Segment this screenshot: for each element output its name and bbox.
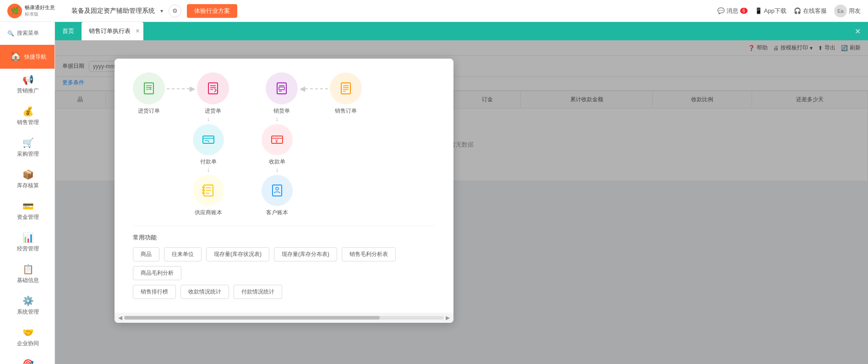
purchase-order-circle[interactable]	[133, 72, 165, 104]
flow-row-arrows-2: ↓ ↓	[133, 166, 435, 173]
spacer-g	[133, 166, 192, 173]
logo-icon: 🌿	[7, 4, 22, 18]
tab-home-label: 首页	[62, 27, 74, 35]
scroll-left-button[interactable]: ◀	[118, 315, 122, 321]
arrow-down-3: ↓	[192, 166, 224, 173]
arrow-down-4: ↓	[261, 166, 293, 173]
app-download-label: App下载	[764, 7, 786, 15]
sales-bill-label: 销货单	[273, 107, 290, 115]
modal-overlay[interactable]: 进货订单 ▶	[55, 40, 868, 364]
sales-order-circle[interactable]	[330, 72, 362, 104]
sidebar-item-system[interactable]: ⚙️ 系统管理	[0, 290, 55, 321]
payment-label: 付款单	[200, 158, 217, 166]
func-btn-5[interactable]: 商品毛利分析	[133, 266, 181, 280]
sidebar-item-sales[interactable]: 💰 销售管理	[0, 100, 55, 132]
user-name: 用友	[849, 7, 861, 15]
app-download-item[interactable]: 📱 App下载	[755, 7, 786, 15]
sidebar-item-system-label: 系统管理	[17, 308, 39, 316]
svg-point-32	[276, 187, 278, 190]
svg-rect-8	[277, 83, 286, 94]
func-btn-1[interactable]: 往来单位	[164, 247, 202, 261]
user-area[interactable]: Ea 用友	[834, 5, 861, 17]
flow-item-receipt[interactable]: ¥ 收款单	[261, 124, 293, 166]
flow-item-payment[interactable]: ¥ 付款单	[192, 124, 224, 166]
function-buttons-row-2: 销售排行榜 收款情况统计 付款情况统计	[133, 285, 435, 299]
header-right: 💬 消息 6 📱 App下载 🎧 在线客服 Ea 用友	[717, 5, 861, 17]
flow-item-purchase-bill[interactable]: 进货单	[197, 72, 229, 115]
flow-row-5: 供应商账本	[133, 175, 435, 217]
receipt-label: 收款单	[269, 158, 285, 166]
common-functions-title: 常用功能	[133, 234, 435, 242]
func-btn-3[interactable]: 现存量(库存分布表)	[274, 247, 337, 261]
sidebar-item-quick-label: 快捷导航	[24, 53, 46, 61]
payment-circle[interactable]: ¥	[193, 124, 224, 155]
flow-item-customer-ledger[interactable]: 客户账本	[261, 175, 293, 217]
tab-bar: 首页 销售订单执行表 × ✕	[55, 22, 868, 40]
flow-item-sales-bill[interactable]: 销货单	[266, 72, 298, 115]
sidebar-item-inventory-label: 库存核算	[17, 182, 39, 190]
spacer-h	[224, 166, 261, 173]
settings-button[interactable]: ⚙	[169, 5, 181, 17]
system-title: 装备及固定资产辅助管理系统	[71, 7, 155, 15]
func-btn-2[interactable]: 现存量(库存状况表)	[206, 247, 269, 261]
tab-sales-order[interactable]: 销售订单执行表 ×	[82, 22, 143, 40]
func-btn-8[interactable]: 付款情况统计	[234, 285, 282, 299]
arrow-down-2: ↓	[261, 115, 293, 122]
svg-rect-31	[273, 185, 282, 196]
flow-item-supplier-ledger[interactable]: 供应商账本	[192, 175, 224, 217]
sidebar-item-operation-label: 经营管理	[17, 245, 39, 253]
sidebar-item-operation[interactable]: 📊 经营管理	[0, 227, 55, 258]
flow-item-purchase-order[interactable]: 进货订单	[133, 72, 165, 115]
trial-button[interactable]: 体验行业方案	[187, 4, 237, 18]
sidebar-item-marketing[interactable]: 📢 营销推广	[0, 69, 55, 100]
finance-icon: 💳	[22, 201, 34, 212]
tab-home[interactable]: 首页	[55, 22, 82, 40]
scroll-right-button[interactable]: ▶	[446, 315, 450, 321]
sidebar-item-enterprise[interactable]: 🤝 企业协同	[0, 321, 55, 353]
search-menu-button[interactable]: 🔍 搜索菜单	[4, 27, 51, 40]
func-btn-0[interactable]: 商品	[133, 247, 159, 261]
sales-order-label: 销售订单	[335, 107, 357, 115]
receipt-circle[interactable]: ¥	[262, 124, 293, 155]
supplier-ledger-circle[interactable]	[193, 175, 224, 206]
flow-diagram: 进货订单 ▶	[133, 72, 435, 217]
svg-rect-12	[341, 83, 350, 94]
tab-bar-close-button[interactable]: ✕	[847, 27, 868, 36]
sidebar-item-basic-label: 基础信息	[17, 277, 39, 284]
customer-ledger-circle[interactable]	[262, 175, 293, 206]
flow-item-sales-order[interactable]: 销售订单	[330, 72, 362, 115]
search-icon: 🔍	[7, 30, 14, 37]
avatar: Ea	[834, 5, 847, 17]
system-dropdown[interactable]: ▾	[160, 8, 163, 14]
operation-icon: 📊	[22, 232, 34, 243]
sidebar-item-guide[interactable]: 🎯 新手引导	[0, 353, 55, 364]
sales-bill-circle[interactable]	[266, 72, 298, 104]
logo-sub: 标准版	[25, 11, 55, 17]
sales-icon: 💰	[22, 106, 34, 117]
func-btn-6[interactable]: 销售排行榜	[133, 285, 176, 299]
online-service-item[interactable]: 🎧 在线客服	[794, 7, 827, 15]
modal-body: 进货订单 ▶	[115, 59, 453, 313]
quick-icon: 🏠	[10, 50, 22, 61]
sidebar-item-basic[interactable]: 📋 基础信息	[0, 258, 55, 290]
func-btn-4[interactable]: 销售毛利分析表	[342, 247, 396, 261]
sidebar-item-purchase[interactable]: 🛒 采购管理	[0, 132, 55, 163]
purchase-icon: 🛒	[22, 137, 34, 148]
sidebar-item-quick[interactable]: 🏠 快捷导航	[0, 45, 55, 69]
tab-close-button[interactable]: ×	[136, 27, 140, 35]
func-btn-7[interactable]: 收款情况统计	[180, 285, 229, 299]
tab-sales-order-label: 销售订单执行表	[89, 27, 131, 35]
scrollbar-track[interactable]	[124, 316, 444, 320]
sidebar-item-inventory[interactable]: 📦 库存核算	[0, 163, 55, 195]
customer-ledger-label: 客户账本	[266, 209, 288, 217]
guide-icon: 🎯	[22, 359, 34, 364]
sidebar-item-finance[interactable]: 💳 资金管理	[0, 195, 55, 227]
basic-icon: 📋	[22, 264, 34, 275]
phone-icon: 📱	[755, 7, 762, 14]
online-service-label: 在线客服	[803, 7, 827, 15]
message-item[interactable]: 💬 消息 6	[717, 7, 748, 15]
purchase-bill-circle[interactable]	[197, 72, 229, 104]
flow-row-1: 进货订单 ▶	[133, 72, 435, 115]
scrollbar-thumb	[124, 316, 380, 320]
header-middle: 装备及固定资产辅助管理系统 ▾ ⚙ 体验行业方案	[62, 4, 717, 18]
